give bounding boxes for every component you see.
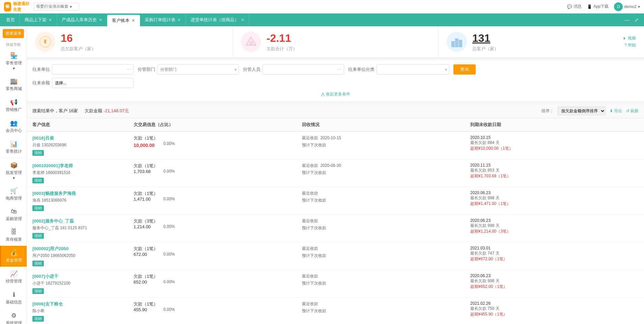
- sidebar-item-basic-info[interactable]: ℹ 基础信息: [0, 288, 27, 308]
- overdue-info-1: 2020.11.15 最长欠款 853 天 超期¥1,703.68（1笔）: [470, 163, 639, 183]
- unit-class-dropdown-icon: ▾: [445, 67, 447, 72]
- overdue-info-2: 2020.06.23 最长欠款 998 天 超期¥1,471.00（1笔）: [470, 190, 639, 211]
- message-btn[interactable]: 💬 消息: [567, 4, 582, 9]
- filter-dept: 分管部门 ▾: [138, 64, 239, 75]
- sidebar-item-retail-mgmt[interactable]: 🏪 零售管理 ▾: [0, 49, 27, 74]
- debt-cell-6: 欠款（1笔） 455.90 0.00%: [134, 301, 302, 322]
- tab-close-purchase[interactable]: ✕: [177, 18, 181, 22]
- customer-contact-5: 小进干 18279152100: [32, 281, 134, 286]
- sidebar-item-ecommerce[interactable]: 🛒 电商管理: [0, 184, 27, 205]
- refresh-btn[interactable]: ↺ 刷新: [626, 108, 639, 114]
- svg-rect-6: [459, 40, 462, 47]
- debt-amount-1[interactable]: 1,703.68: [134, 169, 158, 174]
- customer-info-3: [0002]服务中心_丁磊 服务中心_丁磊 181 0125 8371 现销: [32, 218, 134, 239]
- sidebar-item-operations[interactable]: 📈 经营管理: [0, 267, 27, 288]
- from-unit-input[interactable]: ···: [52, 64, 134, 75]
- help-link[interactable]: ? 帮助: [624, 42, 636, 48]
- debt-amount-5[interactable]: 652.00: [134, 279, 158, 285]
- tab-close-production[interactable]: ✕: [99, 18, 102, 22]
- filter-person: 分管人员 ···: [243, 64, 344, 75]
- user-profile[interactable]: D demo2 ▾: [614, 2, 640, 11]
- search-menu-button[interactable]: 搜索菜单: [3, 29, 24, 38]
- filter-area: 往来单位 ··· 分管部门 ▾ 分管人员: [27, 60, 644, 101]
- debt-amount-3[interactable]: 1,214.00: [134, 224, 158, 229]
- customer-contact-3: 服务中心_丁磊 181 0125 8371: [32, 225, 134, 231]
- debt-amount-2[interactable]: 1,471.00: [134, 197, 158, 202]
- debt-amount-6[interactable]: 455.90: [134, 307, 158, 312]
- app-download-btn[interactable]: 📱 App下载: [587, 4, 609, 9]
- customer-info-1: [0001020001]李老师 李老师 18600391516 现销: [32, 163, 134, 183]
- customer-name-5[interactable]: [0007]小进干: [32, 273, 134, 279]
- overdue-amount-2[interactable]: 超期¥1,471.00（1笔）: [470, 201, 639, 207]
- sort-select[interactable]: 按欠款金额倒序排序: [558, 107, 606, 115]
- industry-selector[interactable]: 母婴行业演示账套 ▾: [34, 3, 79, 10]
- overdue-amount-6[interactable]: 超期¥455.90（1笔）: [470, 312, 639, 317]
- overdue-info-0: 2020.10.15 最长欠款 884 天 超期¥10,000.00（1笔）: [470, 135, 639, 156]
- app-wrapper: 畅 畅捷通好生意 母婴行业演示账套 ▾ 💬 消息 📱 App下载 D demo2…: [0, 0, 644, 324]
- dept-input[interactable]: [157, 64, 239, 75]
- sidebar-item-finance[interactable]: 💰 资金管理: [0, 246, 27, 267]
- video-link[interactable]: ⏵ 视频: [623, 35, 636, 41]
- overdue-amount-4[interactable]: 超期¥672.00（1笔）: [470, 256, 639, 262]
- customer-tag-3: 现销: [32, 233, 44, 239]
- customer-name-4[interactable]: [000002]用户2050: [32, 246, 134, 252]
- stat-card-total-customers: 131 总客户（家） ⏵ 视频 ? 帮助: [439, 26, 644, 57]
- sidebar-item-retail-stats[interactable]: 📊 零售统计: [0, 137, 27, 158]
- customer-name-0[interactable]: [0016]吕俊: [32, 135, 134, 141]
- person-label: 分管人员: [243, 66, 260, 72]
- balance-label: 往来余额: [32, 80, 50, 86]
- payment-cell-4: 最近收款 预计下次收款: [302, 246, 470, 266]
- overdue-amount-3[interactable]: 超期¥1,214.00（3笔）: [470, 229, 639, 234]
- col-debt-info: 欠交易信息（占比）: [134, 122, 302, 128]
- balance-select[interactable]: 选择...: [52, 78, 134, 88]
- sidebar-item-marketing[interactable]: 📢 营销推广: [0, 95, 27, 116]
- unit-class-label: 往来单位分类: [348, 66, 374, 72]
- tab-close-goods[interactable]: ✕: [49, 18, 52, 22]
- sidebar-item-system[interactable]: ⚙ 系统管理: [0, 308, 27, 324]
- customer-info-2: [0003]畅捷服务尹海燕 海燕 18513066976 现销: [32, 190, 134, 211]
- tab-close-customer[interactable]: ✕: [132, 18, 135, 23]
- customer-name-1[interactable]: [0001020001]李老师: [32, 163, 134, 169]
- table-row: [000002]用户2050 用户2050 18665062050 现销 欠款（…: [27, 242, 644, 270]
- overdue-amount-5[interactable]: 超期¥652.00（1笔）: [470, 284, 639, 290]
- customer-name-6[interactable]: [0006]去下粮仓: [32, 301, 134, 307]
- debt-customers-label: 总欠款客户（家）: [61, 46, 96, 52]
- logo-area: 畅 畅捷通好生意: [4, 1, 31, 12]
- search-button[interactable]: 查询: [453, 64, 476, 75]
- sidebar-item-inventory[interactable]: 🗄 库存核算: [0, 225, 27, 246]
- customer-info-0: [0016]吕俊 吕俊 13026203696 现销: [32, 135, 134, 156]
- basic-info-icon: ℹ: [13, 291, 15, 298]
- tab-home[interactable]: 首页: [1, 13, 20, 26]
- tab-customer-account[interactable]: 客户账本 ✕: [107, 15, 140, 26]
- overdue-amount-1[interactable]: 超期¥1,703.68（1笔）: [470, 173, 639, 179]
- unit-class-input[interactable]: [376, 64, 449, 75]
- customer-info-4: [000002]用户2050 用户2050 18665062050 现销: [32, 246, 134, 266]
- sidebar-item-retail-mall[interactable]: 🏬 零售商城: [0, 74, 27, 95]
- customer-name-2[interactable]: [0003]畅捷服务尹海燕: [32, 190, 134, 197]
- result-actions: 排序： 按欠款金额倒序排序 ⬇ 导出 ↺ 刷新: [541, 107, 639, 115]
- debt-amount-4[interactable]: 672.00: [134, 252, 158, 257]
- debt-amount-0[interactable]: 10,000.00: [134, 143, 158, 148]
- tab-minimize-btn[interactable]: —: [623, 17, 631, 23]
- debt-cell-2: 欠款（1笔） 1,471.00 0.00%: [134, 190, 302, 211]
- collapse-btn[interactable]: ⋀ 收起更多条件: [321, 91, 350, 97]
- svg-rect-5: [455, 38, 458, 47]
- tab-stock-stats[interactable]: 进货单统计表（按商品） ✕: [186, 13, 249, 26]
- debt-cell-1: 欠款（1笔） 1,703.68 0.00%: [134, 163, 302, 183]
- tab-maximize-btn[interactable]: ⤢: [633, 17, 640, 23]
- tab-goods[interactable]: 商品上下架 ✕: [20, 13, 57, 26]
- customer-name-3[interactable]: [0002]服务中心_丁磊: [32, 218, 134, 224]
- sidebar-item-purchase[interactable]: 🛍 采购管理: [0, 205, 27, 225]
- tab-production[interactable]: 产成品入库单历史 ✕: [57, 13, 107, 26]
- tab-purchase-stats[interactable]: 采购订单统计表 ✕: [140, 13, 186, 26]
- stat-info-total-debt: -2.11 欠款合计（万）: [267, 32, 297, 52]
- sidebar-item-member[interactable]: 👥 会员中心: [0, 116, 27, 137]
- top-right-area: 💬 消息 📱 App下载 D demo2 ▾: [567, 2, 640, 11]
- person-input[interactable]: ···: [262, 64, 344, 75]
- sidebar-item-wholesale[interactable]: 📦 批发管理 ▾: [0, 158, 27, 184]
- overdue-amount-0[interactable]: 超期¥10,000.00（1笔）: [470, 146, 639, 151]
- debt-cell-5: 欠款（1笔） 652.00 0.00%: [134, 273, 302, 294]
- dept-dropdown-icon: ▾: [234, 67, 237, 72]
- tab-close-stock[interactable]: ✕: [241, 18, 244, 22]
- export-btn[interactable]: ⬇ 导出: [610, 108, 622, 114]
